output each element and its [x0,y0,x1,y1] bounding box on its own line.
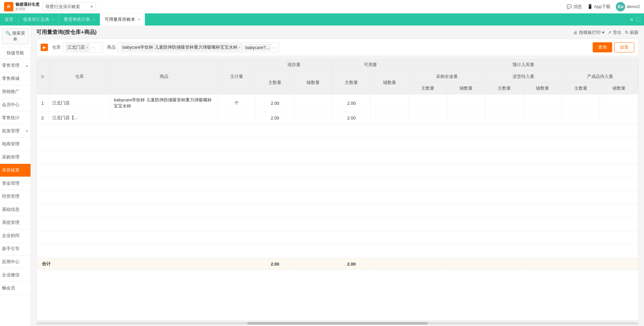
sidebar-item-inventory[interactable]: 库存核算 [0,164,31,177]
search-btn[interactable]: 查询 [593,42,612,52]
row1-stock-main: 2.00 [256,94,294,112]
row1-warehouse: 江北门店 [49,94,110,112]
tab-receivepay[interactable]: 收发存汇总表 × [18,13,59,26]
tab-home-label: 首页 [5,16,13,22]
scrollbar-thumb[interactable] [247,322,428,325]
total-purchase-aux [447,258,485,270]
th-incoming-main: 主数量 [485,83,524,94]
empty-row [37,245,638,258]
tab-receivepay-close[interactable]: × [52,17,54,21]
sidebar-item-retail-stats[interactable]: 零售统计 [0,111,31,125]
sidebar-item-basic-info[interactable]: 基础信息 [0,203,31,216]
message-btn[interactable]: 💬 消息 [567,4,582,10]
product-tag-1-close[interactable]: × [238,45,240,49]
total-product-aux [600,258,638,270]
filter-actions: 查询 设置 [593,42,634,52]
filter-expand-btn[interactable]: ▶ [41,44,48,51]
th-settings[interactable]: ⚙ [37,59,49,94]
product-more-icon[interactable]: ··· [272,45,276,50]
sidebar-quick-nav[interactable]: 快捷导航 [0,47,31,59]
warehouse-input[interactable]: 江北门店 × ··· [63,42,103,52]
sidebar-item-finance[interactable]: 资金管理 [0,177,31,190]
sidebar-item-member-plus[interactable]: 畅会员 [0,282,31,295]
th-avail-main: 主数量 [332,71,371,94]
close-all-icon[interactable]: ✕ [630,17,634,22]
sidebar-item-ecommerce[interactable]: 电商管理 [0,138,31,151]
warehouse-tag-close[interactable]: × [86,45,88,49]
user-menu[interactable]: Ea demo2 [616,2,640,11]
scrollbar-row [31,321,644,326]
row1-product: babycare学饮杯 儿童防摔防撞吸管杯重力球吸嘴杯宝宝水杯 [110,94,218,112]
tab-available-stock-label: 可用量库存账本 [105,16,135,22]
sidebar-item-wholesale-mgmt[interactable]: 批发管理 ▼ [0,125,31,138]
refresh-btn[interactable]: ↻ 刷新 [625,30,639,36]
tab-order-stats-label: 要货单统计表 [64,16,90,22]
row2-incoming-aux [524,112,562,124]
top-bar-right: 💬 消息 📱 App下载 Ea demo2 [567,2,640,11]
product-input[interactable]: babycare学饮杯 儿童防摔防撞吸管杯重力球吸嘴杯宝宝水杯 × babyca… [118,42,279,52]
sidebar-item-retail-mgmt[interactable]: 零售管理 ▲ [0,59,31,72]
settings-btn[interactable]: 设置 [614,42,634,52]
industry-selector[interactable]: 母婴行业演示账套 ▾ [42,2,96,11]
data-table: ⚙ 仓库 商品 主计量 现存量 可用量 预计入库量 主数量 辅数量 主数量 辅数… [37,59,638,270]
product-label: 商品 [107,44,116,50]
scrollbar-track[interactable] [36,322,639,325]
sidebar-item-member-center[interactable]: 会员中心 [0,98,31,111]
table-container: ⚙ 仓库 商品 主计量 现存量 可用量 预计入库量 主数量 辅数量 主数量 辅数… [36,59,639,321]
row2-warehouse: 江北门店【... [49,112,110,124]
export-btn[interactable]: ↗ 导出 [608,30,622,36]
template-print-btn[interactable]: 🖨 按模板打印 ▾ [573,30,604,36]
sidebar-item-ops[interactable]: 经营管理 [0,190,31,203]
sidebar-item-enterprise-collab[interactable]: 企业协同 [0,229,31,242]
row1-purchase-main [409,94,447,112]
row2-product [110,112,218,124]
sidebar-item-new-guide[interactable]: 新手引导 [0,242,31,255]
total-stock-main: 2.00 [256,258,294,270]
tab-order-stats-close[interactable]: × [93,17,95,21]
table-row: 1 江北门店 babycare学饮杯 儿童防摔防撞吸管杯重力球吸嘴杯宝宝水杯 个… [37,94,638,112]
th-product-pending: 产成品待入量 [562,71,638,83]
warehouse-filter-group: 仓库 江北门店 × ··· [52,42,103,52]
tab-bar: 首页 收发存汇总表 × 要货单统计表 × 可用量库存账本 × ✕ ⛶ [0,13,644,26]
sidebar-search-btn[interactable]: 🔍 搜索菜单 [2,28,29,44]
print-icon: 🖨 [573,30,578,35]
sidebar-item-app-center[interactable]: 应用中心 [0,255,31,269]
th-purchase-aux: 辅数量 [447,83,485,94]
total-purchase-main [409,258,447,270]
row1-incoming-aux [524,94,562,112]
tab-receivepay-label: 收发存汇总表 [23,16,49,22]
product-filter-group: 商品 babycare学饮杯 儿童防摔防撞吸管杯重力球吸嘴杯宝宝水杯 × bab… [107,42,279,52]
sidebar-item-enterprise-wechat[interactable]: 企业微信 [0,269,31,282]
warehouse-more-icon[interactable]: ··· [91,45,95,50]
row2-stock-aux [294,112,332,124]
row1-purchase-aux [447,94,485,112]
empty-row [37,164,638,178]
sidebar-item-purchase[interactable]: 采购管理 [0,151,31,164]
export-icon: ↗ [608,30,611,35]
table-settings-icon[interactable]: ⚙ [41,74,45,79]
tab-available-stock[interactable]: 可用量库存账本 × [100,13,145,26]
product-tag-1: babycare学饮杯 儿童防摔防撞吸管杯重力球吸嘴杯宝宝水杯 × [121,44,243,51]
fullscreen-icon[interactable]: ⛶ [636,17,641,22]
th-incoming-aux: 辅数量 [524,83,562,94]
tab-available-stock-close[interactable]: × [138,17,140,21]
page-actions: 🖨 按模板打印 ▾ ↗ 导出 ↻ 刷新 [573,30,639,36]
th-main-unit: 主计量 [218,59,256,94]
tab-order-stats[interactable]: 要货单统计表 × [59,13,100,26]
th-product: 商品 [110,59,218,94]
logo-main-text: 畅捷通好生意 [15,2,40,7]
sidebar-item-retail-mall[interactable]: 零售商城 [0,72,31,85]
content-area: 可用量查询(按仓库+商品) 🖨 按模板打印 ▾ ↗ 导出 ↻ 刷新 ▶ [31,26,644,326]
tab-home[interactable]: 首页 [0,13,18,26]
sidebar-item-system[interactable]: 系统管理 [0,216,31,229]
print-arrow-icon: ▾ [602,30,604,35]
app-download-btn[interactable]: 📱 App下载 [587,4,610,10]
avatar: Ea [616,2,625,11]
empty-row [37,231,638,245]
sidebar: 🔍 搜索菜单 快捷导航 零售管理 ▲ 零售商城 营销推广 会员中心 零售统计 批… [0,26,31,326]
sidebar-item-marketing[interactable]: 营销推广 [0,85,31,98]
row2-avail-aux [371,112,409,124]
row2-incoming-main [485,112,524,124]
th-product-main: 主数量 [562,83,600,94]
th-forecast-in-group: 预计入库量 [409,59,638,71]
